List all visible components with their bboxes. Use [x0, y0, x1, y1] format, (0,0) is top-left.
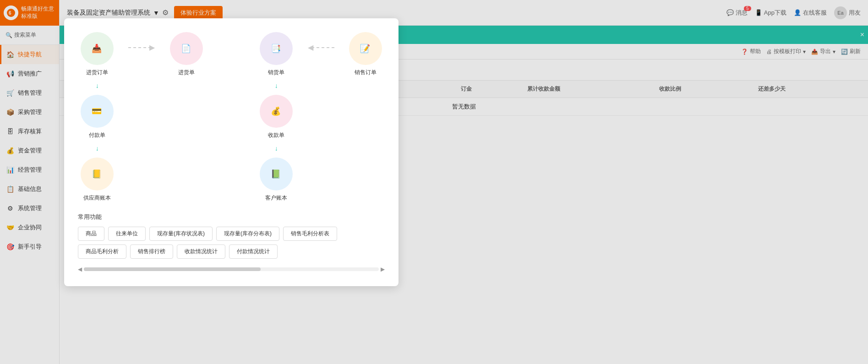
function-button[interactable]: 收款情况统计	[177, 244, 225, 259]
purchase-doc-col: 📄 进货单	[170, 32, 203, 76]
function-button[interactable]: 商品	[78, 227, 104, 241]
sales-order-flow-item: 📝 销售订单	[349, 32, 382, 76]
customer-ledger-flow-item: 📗 客户账本	[260, 158, 293, 202]
supplier-ledger-flow-item: 📒 供应商账本	[81, 158, 114, 202]
function-button[interactable]: 现存量(库存分布表)	[216, 227, 279, 241]
main-area: 装备及固定资产辅助管理系统 ▼ ⚙ 体验行业方案 💬 消息 5 📱 App下载	[60, 0, 868, 364]
scrollbar-thumb	[84, 267, 261, 271]
down-arrow-3: ↓	[275, 82, 278, 89]
purchase-order-flow-item: 📥 进货订单	[81, 32, 114, 76]
common-functions-title: 常用功能	[78, 213, 385, 221]
payment-doc-icon-circle: 💳	[81, 95, 114, 128]
purchase-arrow: ▶	[128, 43, 155, 52]
down-arrow-4: ↓	[275, 145, 278, 152]
receipt-doc-icon-circle: 💰	[260, 95, 293, 128]
down-arrow-2: ↓	[96, 145, 99, 152]
svg-text:📥: 📥	[92, 43, 102, 54]
purchase-flow-col: 📥 进货订单 ↓ 💳	[81, 32, 114, 202]
modal-overlay: 📥 进货订单 ↓ 💳	[60, 0, 868, 364]
down-arrow-1: ↓	[96, 82, 99, 89]
function-button[interactable]: 销售排行榜	[130, 244, 173, 259]
purchase-doc-icon-circle: 📄	[170, 32, 203, 65]
scroll-left-arrow[interactable]: ◀	[78, 266, 82, 272]
function-button[interactable]: 现存量(库存状况表)	[149, 227, 213, 241]
customer-ledger-icon-circle: 📗	[260, 158, 293, 190]
common-functions-section: 常用功能 商品往来单位现存量(库存状况表)现存量(库存分布表)销售毛利分析表商品…	[78, 213, 385, 259]
sales-arrow: ◀	[308, 43, 334, 52]
sales-order-icon-circle: 📝	[349, 32, 382, 65]
function-button[interactable]: 往来单位	[108, 227, 146, 241]
function-button[interactable]: 销售毛利分析表	[283, 227, 337, 241]
function-button[interactable]: 商品毛利分析	[78, 244, 126, 259]
common-functions-buttons: 商品往来单位现存量(库存状况表)现存量(库存分布表)销售毛利分析表商品毛利分析销…	[78, 227, 385, 259]
payment-doc-flow-item: 💳 付款单	[81, 95, 114, 139]
svg-text:📒: 📒	[92, 169, 102, 179]
sales-doc-flow-item: 📑 销货单	[260, 32, 293, 76]
flow-diagram: 📥 进货订单 ↓ 💳	[78, 32, 385, 202]
purchase-doc-flow-item: 📄 进货单	[170, 32, 203, 76]
svg-text:💳: 💳	[92, 106, 102, 116]
quick-guide-modal: 📥 进货订单 ↓ 💳	[64, 18, 399, 286]
receipt-doc-flow-item: 💰 收款单	[260, 95, 293, 139]
sales-flow-col: 📑 销货单 ↓ 💰	[260, 32, 293, 202]
scroll-right-arrow[interactable]: ▶	[381, 266, 385, 272]
svg-text:📗: 📗	[271, 169, 281, 179]
scrollbar-track[interactable]	[84, 267, 379, 271]
purchase-order-icon-circle: 📥	[81, 32, 114, 65]
function-button[interactable]: 付款情况统计	[229, 244, 278, 259]
sales-order-col: 📝 销售订单	[349, 32, 382, 76]
svg-text:📑: 📑	[271, 43, 281, 54]
supplier-ledger-icon-circle: 📒	[81, 158, 114, 190]
modal-scrollbar[interactable]: ◀ ▶	[78, 266, 385, 272]
svg-text:💰: 💰	[271, 106, 281, 116]
svg-text:📝: 📝	[360, 43, 371, 54]
sales-doc-icon-circle: 📑	[260, 32, 293, 65]
svg-text:📄: 📄	[181, 43, 191, 54]
